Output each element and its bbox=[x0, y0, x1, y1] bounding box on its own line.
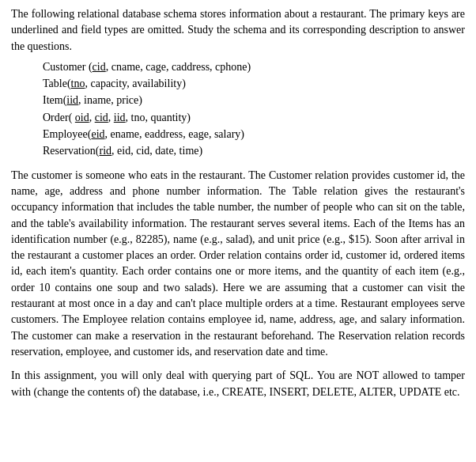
schema-customer: Customer (cid, cname, cage, caddress, cp… bbox=[43, 59, 465, 75]
schema-customer-label: Customer (cid, cname, cage, caddress, cp… bbox=[43, 61, 251, 73]
description-paragraph: The customer is someone who eats in the … bbox=[11, 168, 465, 361]
schema-table-pk: tno bbox=[71, 78, 85, 89]
schema-order-pk2: cid bbox=[95, 112, 108, 123]
intro-paragraph: The following relational database schema… bbox=[11, 6, 465, 55]
schema-reservation-pk: rid bbox=[100, 145, 112, 157]
schema-order-pk3: iid bbox=[114, 112, 126, 123]
schema-order-pk1: oid bbox=[75, 112, 89, 123]
assignment-paragraph: In this assignment, you will only deal w… bbox=[11, 368, 465, 400]
schema-block: Customer (cid, cname, cage, caddress, cp… bbox=[43, 59, 465, 160]
schema-order: Order( oid, cid, iid, tno, quantity) bbox=[43, 110, 465, 126]
schema-reservation: Reservation(rid, eid, cid, date, time) bbox=[43, 143, 465, 159]
schema-employee: Employee(eid, ename, eaddress, eage, sal… bbox=[43, 127, 465, 142]
schema-table: Table(tno, capacity, availability) bbox=[43, 76, 465, 92]
schema-customer-pk: cid bbox=[93, 61, 106, 73]
schema-table-label: Table(tno, capacity, availability) bbox=[43, 78, 186, 89]
schema-employee-pk: eid bbox=[91, 128, 104, 140]
schema-item-label: Item(iid, iname, price) bbox=[43, 94, 142, 106]
schema-item: Item(iid, iname, price) bbox=[43, 93, 465, 108]
schema-order-label: Order( oid, cid, iid, tno, quantity) bbox=[43, 112, 191, 123]
schema-item-pk: iid bbox=[66, 94, 78, 106]
schema-employee-label: Employee(eid, ename, eaddress, eage, sal… bbox=[43, 128, 244, 140]
schema-reservation-label: Reservation(rid, eid, cid, date, time) bbox=[43, 145, 202, 157]
